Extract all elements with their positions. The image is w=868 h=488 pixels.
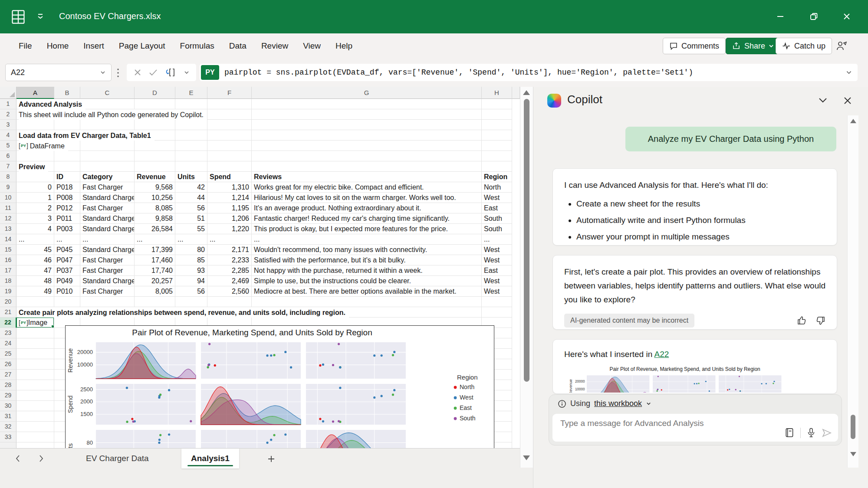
- row-header-4[interactable]: 4: [0, 130, 16, 141]
- cell-B19[interactable]: P010: [54, 286, 80, 297]
- column-header-E[interactable]: E: [175, 87, 207, 99]
- cell-E16[interactable]: 85: [175, 255, 207, 265]
- thumbs-down-icon[interactable]: [815, 315, 825, 326]
- cell-H21[interactable]: [482, 307, 512, 318]
- cell-E18[interactable]: 94: [175, 276, 207, 286]
- row-header-29[interactable]: 29: [0, 390, 16, 401]
- cell-C11[interactable]: Fast Charger: [80, 203, 135, 213]
- cell-E19[interactable]: 56: [175, 286, 207, 297]
- menu-tab-formulas[interactable]: Formulas: [173, 33, 222, 58]
- row-header-21[interactable]: 21: [0, 307, 16, 318]
- cell-F15[interactable]: 2,171: [207, 245, 252, 255]
- cell-B7[interactable]: [54, 161, 80, 172]
- cell-A31[interactable]: [16, 411, 54, 422]
- menu-tab-help[interactable]: Help: [328, 33, 360, 58]
- cell-A7-overflow-text[interactable]: Preview: [19, 161, 48, 172]
- column-header-D[interactable]: D: [135, 87, 175, 99]
- cell-A25[interactable]: [16, 349, 54, 359]
- cell-D3[interactable]: [135, 120, 175, 130]
- cell-F6[interactable]: [207, 151, 252, 161]
- cell-G5[interactable]: [252, 141, 482, 151]
- expand-formula-bar-icon[interactable]: [845, 69, 852, 76]
- cell-H16[interactable]: West: [482, 255, 512, 265]
- cell-E14[interactable]: ...: [175, 234, 207, 245]
- cell-A5-overflow-text[interactable]: [PY]DataFrame: [19, 141, 68, 151]
- cell-C12[interactable]: Standard Charger: [80, 213, 135, 224]
- cell-F5[interactable]: [207, 141, 252, 151]
- cell-F3[interactable]: [207, 120, 252, 130]
- cell-D5[interactable]: [135, 141, 175, 151]
- cell-D12[interactable]: 9,858: [135, 213, 175, 224]
- cell-A19[interactable]: 49: [16, 286, 54, 297]
- cell-A33[interactable]: [16, 432, 54, 442]
- row-header-9[interactable]: 9: [0, 182, 16, 193]
- row-header-31[interactable]: 31: [0, 411, 16, 422]
- cell-A30[interactable]: [16, 401, 54, 411]
- cell-A28[interactable]: [16, 380, 54, 390]
- cell-H9[interactable]: North: [482, 182, 512, 193]
- inserted-chart-preview[interactable]: Pair Plot of Revenue, Marketing Spend, a…: [568, 365, 837, 393]
- cell-A4-overflow-text[interactable]: Load data from EV Charger Data, Table1: [19, 130, 155, 141]
- cell-G1[interactable]: [252, 99, 482, 109]
- row-header-18[interactable]: 18: [0, 276, 16, 286]
- cell-E13[interactable]: 55: [175, 224, 207, 234]
- row-header-26[interactable]: 26: [0, 359, 16, 370]
- cell-D16[interactable]: 17,460: [135, 255, 175, 265]
- row-header-14[interactable]: 14: [0, 234, 16, 245]
- sheet-tab-analysis1[interactable]: Analysis1: [181, 449, 239, 468]
- cell-C8[interactable]: Category: [80, 172, 135, 182]
- cell-E17[interactable]: 93: [175, 265, 207, 276]
- cell-C19[interactable]: Fast Charger: [80, 286, 135, 297]
- cell-E15[interactable]: 80: [175, 245, 207, 255]
- comments-button[interactable]: Comments: [663, 38, 726, 54]
- add-sheet-icon[interactable]: [266, 454, 277, 464]
- sheet-tab-ev-charger-data[interactable]: EV Charger Data: [76, 449, 158, 468]
- cell-G11[interactable]: It's an average product. Nothing extraor…: [252, 203, 482, 213]
- cell-A16[interactable]: 46: [16, 255, 54, 265]
- scope-chevron-icon[interactable]: [646, 401, 651, 406]
- cell-A10[interactable]: 1: [16, 193, 54, 203]
- cell-A3[interactable]: [16, 120, 54, 130]
- row-header-8[interactable]: 8: [0, 172, 16, 182]
- column-header-A[interactable]: A: [16, 87, 54, 99]
- cell-D10[interactable]: 10,256: [135, 193, 175, 203]
- copilot-scrollbar-thumb[interactable]: [851, 415, 855, 439]
- cell-G12[interactable]: Fantastic charger! Reduced my car's char…: [252, 213, 482, 224]
- menu-tab-insert[interactable]: Insert: [76, 33, 112, 58]
- cell-A15[interactable]: 45: [16, 245, 54, 255]
- row-header-11[interactable]: 11: [0, 203, 16, 213]
- cell-G13[interactable]: This product is okay, but I expected mor…: [252, 224, 482, 234]
- grid-vertical-scrollbar[interactable]: [520, 87, 533, 468]
- copilot-scroll-up-icon[interactable]: [850, 119, 856, 123]
- cell-B10[interactable]: P008: [54, 193, 80, 203]
- cell-H11[interactable]: East: [482, 203, 512, 213]
- cell-F19[interactable]: 2,560: [207, 286, 252, 297]
- message-input[interactable]: [559, 418, 748, 429]
- cell-H8[interactable]: Region: [482, 172, 512, 182]
- cell-D20[interactable]: [135, 297, 175, 307]
- row-header-20[interactable]: 20: [0, 297, 16, 307]
- cell-A12[interactable]: 3: [16, 213, 54, 224]
- cell-F7[interactable]: [207, 161, 252, 172]
- row-header-34[interactable]: [0, 442, 16, 448]
- cell-A26[interactable]: [16, 359, 54, 370]
- cell-H7[interactable]: [482, 161, 512, 172]
- cell-F1[interactable]: [207, 99, 252, 109]
- row-header-24[interactable]: 24: [0, 338, 16, 349]
- cell-B14[interactable]: ...: [54, 234, 80, 245]
- cell-D13[interactable]: 26,584: [135, 224, 175, 234]
- column-header-F[interactable]: F: [207, 87, 252, 99]
- menu-tab-page-layout[interactable]: Page Layout: [112, 33, 173, 58]
- cell-H20[interactable]: [482, 297, 512, 307]
- cell-H12[interactable]: South: [482, 213, 512, 224]
- cell-B17[interactable]: P037: [54, 265, 80, 276]
- more-options-icon[interactable]: [116, 68, 120, 78]
- cell-H5[interactable]: [482, 141, 512, 151]
- cell-a22-link[interactable]: A22: [654, 350, 669, 359]
- menu-tab-home[interactable]: Home: [39, 33, 76, 58]
- row-header-16[interactable]: 16: [0, 255, 16, 265]
- collapse-chevron-icon[interactable]: [36, 13, 44, 20]
- cell-A13[interactable]: 4: [16, 224, 54, 234]
- cell-A23[interactable]: [16, 328, 54, 338]
- column-header-H[interactable]: H: [482, 87, 512, 99]
